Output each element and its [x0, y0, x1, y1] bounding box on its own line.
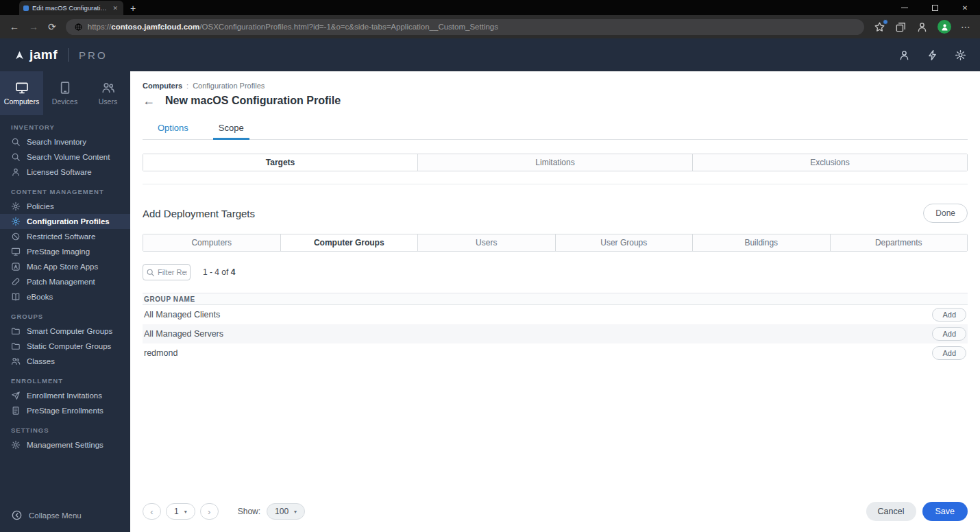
target-tab-label: User Groups — [600, 238, 647, 247]
address-input[interactable]: https://contoso.jamfcloud.com/OSXConfigu… — [66, 19, 864, 35]
add-button[interactable]: Add — [932, 327, 966, 341]
sidebar-item-smart-computer-groups[interactable]: Smart Computer Groups — [0, 324, 130, 339]
sidebar-item-label: PreStage Enrollments — [27, 407, 103, 415]
app-header: jamf PRO — [0, 38, 980, 71]
sidebar: Computers Devices Users INVENTORY Search… — [0, 71, 130, 532]
section-header-groups: GROUPS — [0, 304, 130, 324]
groups-table: GROUP NAME All Managed Clients Add All M… — [143, 293, 968, 363]
prev-page-button[interactable]: ‹ — [143, 503, 161, 520]
paper-plane-icon — [11, 391, 21, 400]
target-tab-user-groups[interactable]: User Groups — [555, 234, 693, 251]
scope-tab-targets[interactable]: Targets — [143, 154, 417, 171]
next-page-button[interactable]: › — [200, 503, 219, 520]
sidebar-item-restricted-software[interactable]: Restricted Software — [0, 229, 130, 244]
classes-users-icon — [11, 356, 21, 366]
done-button[interactable]: Done — [923, 204, 968, 223]
sidebar-item-licensed-software[interactable]: Licensed Software — [0, 165, 130, 180]
new-tab-button[interactable]: + — [123, 1, 143, 15]
sidebar-item-users[interactable]: Users — [86, 71, 130, 115]
add-button[interactable]: Add — [932, 346, 966, 360]
refresh-icon[interactable]: ⟳ — [48, 21, 56, 32]
target-tab-departments[interactable]: Departments — [830, 234, 968, 251]
screen: Edit macOS Configuration Profile ✕ + ✕ ←… — [0, 0, 980, 532]
settings-gear-icon[interactable] — [955, 49, 966, 61]
sidebar-item-prestage-imaging[interactable]: PreStage Imaging — [0, 244, 130, 259]
page-number: 1 — [174, 507, 179, 516]
browser-addressbar: ← → ⟳ https://contoso.jamfcloud.com/OSXC… — [0, 15, 980, 38]
back-arrow-icon[interactable]: ← — [143, 95, 155, 107]
target-tab-users[interactable]: Users — [417, 234, 555, 251]
column-header-group-name: GROUP NAME — [144, 295, 195, 303]
gear-icon — [11, 440, 21, 450]
browser-titlebar: Edit macOS Configuration Profile ✕ + ✕ — [0, 0, 980, 15]
tab-options[interactable]: Options — [143, 117, 204, 139]
sidebar-item-enrollment-invitations[interactable]: Enrollment Invitations — [0, 388, 130, 403]
filter-input[interactable] — [143, 264, 191, 280]
scope-tab-exclusions[interactable]: Exclusions — [692, 154, 967, 171]
quick-actions-bolt-icon[interactable] — [927, 49, 938, 61]
target-tab-label: Computer Groups — [314, 238, 384, 247]
sidebar-item-devices[interactable]: Devices — [43, 71, 86, 115]
sidebar-item-label: Smart Computer Groups — [27, 327, 112, 335]
sidebar-item-configuration-profiles[interactable]: Configuration Profiles — [0, 214, 130, 229]
target-tab-computer-groups[interactable]: Computer Groups — [280, 234, 418, 251]
sidebar-top-nav: Computers Devices Users — [0, 71, 130, 115]
sidebar-item-label: Management Settings — [27, 441, 103, 449]
collections-icon[interactable] — [895, 21, 907, 33]
page-select[interactable]: 1 ▾ — [166, 503, 195, 520]
minimize-button[interactable] — [890, 0, 920, 15]
sidebar-item-label: Restricted Software — [27, 232, 95, 241]
tablet-icon — [58, 81, 72, 95]
sidebar-item-classes[interactable]: Classes — [0, 354, 130, 369]
scope-tab-limitations[interactable]: Limitations — [417, 154, 692, 171]
target-tab-computers[interactable]: Computers — [143, 234, 280, 251]
breadcrumb-configuration-profiles[interactable]: Configuration Profiles — [193, 82, 265, 90]
favorites-star-icon[interactable] — [874, 21, 885, 33]
browser-tab[interactable]: Edit macOS Configuration Profile ✕ — [19, 1, 123, 15]
tab-close-icon[interactable]: ✕ — [111, 5, 119, 12]
target-tab-label: Users — [476, 238, 497, 247]
sidebar-item-computers[interactable]: Computers — [0, 71, 43, 115]
logo-text: jamf — [29, 47, 58, 62]
cancel-button[interactable]: Cancel — [866, 502, 916, 521]
target-type-tabs: Computers Computer Groups Users User Gro… — [143, 234, 968, 252]
sidebar-item-mac-app-store-apps[interactable]: Mac App Store Apps — [0, 259, 130, 274]
sidebar-item-policies[interactable]: Policies — [0, 199, 130, 214]
scope-band: Targets Limitations Exclusions — [143, 140, 968, 184]
users-icon — [101, 81, 115, 95]
sidebar-item-management-settings[interactable]: Management Settings — [0, 437, 130, 452]
forward-icon[interactable]: → — [29, 21, 38, 32]
more-icon[interactable]: ⋯ — [961, 21, 970, 32]
profile-icon[interactable] — [916, 21, 928, 33]
sidebar-item-search-inventory[interactable]: Search Inventory — [0, 134, 130, 149]
sidebar-item-ebooks[interactable]: eBooks — [0, 289, 130, 304]
policies-gear-icon — [11, 202, 21, 211]
page-size-value: 100 — [275, 507, 289, 516]
add-button[interactable]: Add — [932, 308, 966, 322]
breadcrumb-computers[interactable]: Computers — [143, 82, 182, 90]
collapse-menu-button[interactable]: Collapse Menu — [0, 500, 130, 532]
table-header: GROUP NAME — [143, 293, 968, 305]
sidebar-item-search-volume-content[interactable]: Search Volume Content — [0, 149, 130, 165]
target-tab-label: Buildings — [744, 238, 778, 247]
folder-icon — [11, 326, 21, 336]
tab-scope[interactable]: Scope — [204, 117, 259, 139]
sidebar-item-static-computer-groups[interactable]: Static Computer Groups — [0, 339, 130, 354]
chevron-right-icon: › — [208, 507, 210, 517]
maximize-button[interactable] — [920, 0, 950, 15]
account-icon[interactable] — [898, 49, 910, 61]
results-count: 1 - 4 of 4 — [203, 267, 235, 277]
sidebar-item-patch-management[interactable]: Patch Management — [0, 274, 130, 289]
save-button[interactable]: Save — [922, 502, 968, 521]
close-button[interactable]: ✕ — [950, 0, 980, 15]
jamf-logo[interactable]: jamf PRO — [14, 47, 108, 62]
page-size-select[interactable]: 100 ▾ — [267, 503, 305, 520]
sidebar-item-label: Patch Management — [27, 278, 95, 286]
account-avatar[interactable] — [938, 20, 951, 34]
back-icon[interactable]: ← — [10, 21, 19, 32]
logo-divider — [68, 48, 69, 62]
sidebar-item-label: Search Inventory — [27, 138, 86, 146]
sidebar-item-label: Mac App Store Apps — [27, 263, 98, 271]
sidebar-item-prestage-enrollments[interactable]: PreStage Enrollments — [0, 403, 130, 418]
target-tab-buildings[interactable]: Buildings — [692, 234, 830, 251]
